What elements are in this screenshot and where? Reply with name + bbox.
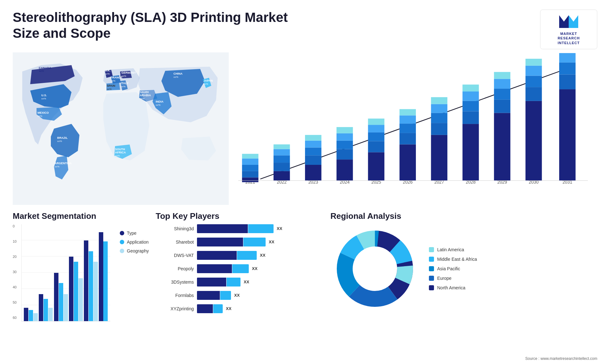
svg-text:xx%: xx% — [111, 79, 115, 82]
svg-rect-60 — [336, 159, 353, 180]
player-name: DWS-VAT — [156, 253, 194, 258]
svg-rect-96 — [494, 100, 511, 113]
svg-text:AFRICA: AFRICA — [115, 151, 126, 154]
player-value: XX — [244, 280, 249, 284]
svg-rect-111 — [559, 63, 576, 75]
svg-rect-90 — [463, 101, 479, 111]
svg-rect-81 — [431, 135, 448, 181]
svg-text:U.S.: U.S. — [41, 94, 47, 97]
player-value: XX — [277, 226, 282, 231]
svg-rect-62 — [336, 141, 353, 149]
svg-rect-56 — [305, 141, 322, 148]
player-value: XX — [269, 239, 274, 244]
legend-color-apac — [429, 266, 434, 271]
svg-rect-97 — [494, 89, 511, 100]
svg-text:xx%: xx% — [39, 70, 44, 72]
svg-rect-121 — [24, 308, 28, 321]
player-bar-segment — [197, 224, 248, 233]
legend-asia-pacific: Asia Pacific — [429, 266, 477, 271]
player-name: 3DSystems — [156, 280, 194, 285]
svg-rect-64 — [336, 127, 353, 133]
svg-rect-112 — [559, 53, 576, 63]
player-value: XX — [260, 253, 265, 258]
svg-marker-0 — [559, 15, 569, 28]
svg-rect-92 — [463, 84, 479, 91]
svg-rect-109 — [559, 89, 576, 180]
svg-rect-123 — [33, 313, 38, 321]
svg-text:xx%: xx% — [121, 75, 126, 78]
svg-rect-98 — [494, 79, 511, 89]
svg-rect-124 — [39, 294, 43, 321]
player-name: Peopoly — [156, 266, 194, 271]
svg-rect-89 — [463, 111, 479, 124]
svg-rect-85 — [431, 97, 448, 104]
svg-rect-91 — [463, 91, 479, 101]
svg-rect-74 — [399, 144, 416, 180]
player-bar-segment — [197, 251, 237, 260]
svg-rect-54 — [305, 155, 322, 165]
svg-rect-99 — [494, 72, 511, 79]
svg-rect-137 — [103, 241, 108, 321]
svg-text:xx%: xx% — [203, 83, 208, 85]
player-bar-segment — [197, 278, 226, 286]
svg-rect-49 — [274, 149, 290, 155]
player-bar-segment — [232, 264, 249, 273]
legend-application: Application — [120, 239, 149, 245]
svg-text:BRAZIL: BRAZIL — [57, 136, 68, 139]
svg-text:xx%: xx% — [107, 88, 112, 91]
logo-area: MARKET RESEARCH INTELLECT — [540, 10, 597, 49]
legend-geography: Geography — [120, 248, 149, 253]
svg-rect-57 — [305, 135, 322, 141]
world-map: CANADA xx% U.S. xx% MEXICO xx% BRAZIL xx… — [13, 52, 229, 205]
svg-text:xx%: xx% — [156, 104, 160, 106]
svg-rect-127 — [54, 273, 58, 321]
svg-text:ARGENTINA: ARGENTINA — [55, 162, 72, 165]
legend-europe: Europe — [429, 276, 477, 281]
player-row: Formlabs XX — [156, 291, 321, 300]
legend-color-na — [429, 285, 434, 290]
svg-rect-40 — [242, 171, 259, 178]
svg-text:xx%: xx% — [173, 76, 178, 78]
svg-rect-95 — [494, 113, 511, 180]
segmentation-section: Market Segmentation 60 50 40 30 20 10 0 — [13, 211, 146, 351]
legend-type-dot — [120, 231, 124, 235]
player-value: XX — [234, 293, 240, 298]
regional-title: Regional Analysis — [330, 211, 597, 221]
segmentation-title: Market Segmentation — [13, 211, 146, 221]
svg-point-149 — [353, 247, 396, 290]
svg-text:INDIA: INDIA — [156, 100, 164, 103]
legend-latin-america: Latin America — [429, 247, 477, 252]
svg-text:xx%: xx% — [41, 97, 46, 100]
legend-middle-east: Middle East & Africa — [429, 257, 477, 262]
svg-rect-84 — [431, 104, 448, 113]
svg-rect-136 — [99, 232, 103, 321]
player-row: Shining3d XX — [156, 224, 321, 233]
svg-text:xx%: xx% — [37, 115, 42, 118]
player-value: XX — [226, 306, 231, 311]
svg-rect-131 — [74, 262, 78, 321]
svg-marker-1 — [569, 15, 578, 28]
svg-rect-88 — [463, 124, 479, 180]
svg-text:JAPAN: JAPAN — [203, 79, 213, 82]
svg-text:GERMANY: GERMANY — [121, 71, 136, 74]
legend-geography-dot — [120, 249, 124, 253]
legend-type: Type — [120, 231, 149, 236]
donut-chart — [330, 224, 419, 313]
player-value: XX — [252, 266, 257, 271]
svg-rect-76 — [399, 124, 416, 133]
svg-text:ITALY: ITALY — [121, 82, 129, 85]
player-bar-segment — [248, 224, 274, 233]
player-bar-segment — [197, 291, 220, 300]
svg-text:xx%: xx% — [140, 97, 145, 100]
svg-text:MEXICO: MEXICO — [37, 111, 49, 114]
player-name: Formlabs — [156, 293, 194, 298]
svg-text:U.K.: U.K. — [105, 69, 111, 72]
svg-rect-110 — [559, 74, 576, 89]
source-text: Source : www.marketresearchintellect.com — [525, 356, 597, 361]
svg-rect-55 — [305, 147, 322, 155]
svg-text:xx%: xx% — [57, 140, 62, 143]
svg-rect-63 — [336, 133, 353, 141]
svg-rect-77 — [399, 115, 416, 124]
legend-application-dot — [120, 240, 124, 244]
players-title: Top Key Players — [156, 211, 321, 221]
